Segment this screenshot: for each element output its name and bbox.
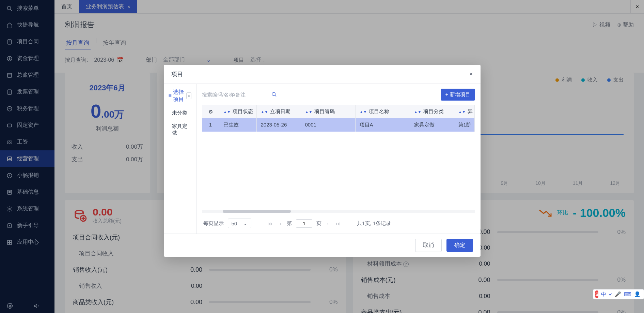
sort-icon: ▲▼	[305, 111, 313, 113]
table-header: ⚙ ▲▼项目状态 ▲▼立项日期 ▲▼项目编码 ▲▼项目名称 ▲▼项目分类 ▲▼异	[202, 105, 475, 118]
close-icon[interactable]: ×	[469, 71, 473, 78]
modal-main: + 新增项目 ⚙ ▲▼项目状态 ▲▼立项日期 ▲▼项目编码 ▲▼项目名称 ▲▼项…	[197, 84, 481, 234]
search-input[interactable]	[202, 90, 277, 99]
col-category[interactable]: ▲▼项目分类	[410, 105, 454, 118]
page-last-button[interactable]: ⏭	[334, 221, 342, 226]
mic-icon[interactable]: 🎤	[615, 291, 621, 297]
person-icon[interactable]: 👤	[634, 291, 641, 297]
scrollbar-thumb[interactable]	[223, 210, 291, 213]
sort-icon: ▲▼	[414, 111, 422, 113]
table-row[interactable]: 1 已生效 2023-05-26 0001 项目A 家具定做 第1阶	[202, 118, 475, 132]
svg-line-30	[275, 95, 276, 96]
bars-icon: ≡	[169, 93, 172, 99]
page-first-button[interactable]: ⏮	[266, 221, 274, 226]
modal-side-head: ≡选择项目 «	[164, 89, 196, 106]
add-project-button[interactable]: + 新增项目	[441, 89, 475, 101]
sort-icon: ▲▼	[360, 111, 367, 113]
search-icon[interactable]	[271, 92, 277, 97]
page-number-input[interactable]	[296, 219, 312, 228]
modal-sidebar: ≡选择项目 « 未分类 家具定做	[164, 84, 197, 234]
gear-icon: ⚙	[208, 109, 213, 115]
col-ext[interactable]: ▲▼异	[454, 105, 475, 118]
col-gear[interactable]: ⚙	[202, 105, 219, 118]
col-name[interactable]: ▲▼项目名称	[356, 105, 410, 118]
modal-header: 项目 ×	[164, 65, 481, 84]
sort-icon: ▲▼	[458, 111, 466, 113]
modal-overlay[interactable]: 项目 × ≡选择项目 « 未分类 家具定做 + 新增项目	[0, 0, 644, 313]
ime-lang[interactable]: 中	[601, 291, 606, 298]
table-scrollbar[interactable]	[202, 210, 475, 213]
side-item-uncategorized[interactable]: 未分类	[164, 106, 196, 120]
search-field[interactable]	[202, 92, 271, 98]
ok-button[interactable]: 确定	[446, 239, 473, 252]
side-item-furniture[interactable]: 家具定做	[164, 120, 196, 139]
col-status[interactable]: ▲▼项目状态	[219, 105, 257, 118]
project-table: ⚙ ▲▼项目状态 ▲▼立项日期 ▲▼项目编码 ▲▼项目名称 ▲▼项目分类 ▲▼异…	[202, 105, 475, 213]
page-size-select[interactable]: 50⌄	[228, 219, 252, 228]
collapse-icon[interactable]: «	[186, 92, 191, 99]
keyboard-icon[interactable]: ⌨	[624, 291, 631, 297]
col-code[interactable]: ▲▼项目编码	[301, 105, 356, 118]
ime-toolbar[interactable]: S 中 ●’ 🎤 ⌨ 👤 ⋮	[593, 289, 644, 299]
chevron-down-icon: ⌄	[243, 220, 248, 226]
sort-icon: ▲▼	[223, 111, 231, 113]
sort-icon: ▲▼	[261, 111, 268, 113]
page-prev-button[interactable]: ‹	[278, 221, 283, 226]
svg-point-29	[272, 92, 275, 95]
pagination: 每页显示 50⌄ ⏮ ‹ 第 页 › ⏭ 共1页, 1条记录	[202, 213, 475, 231]
modal-title: 项目	[171, 70, 183, 78]
sogou-icon: S	[595, 290, 598, 298]
page-summary: 共1页, 1条记录	[357, 220, 391, 227]
ime-punct-icon[interactable]: ●’	[609, 293, 612, 296]
page-next-button[interactable]: ›	[326, 221, 330, 226]
modal-footer: 取消 确定	[164, 234, 481, 257]
project-modal: 项目 × ≡选择项目 « 未分类 家具定做 + 新增项目	[164, 65, 481, 257]
col-date[interactable]: ▲▼立项日期	[257, 105, 301, 118]
cancel-button[interactable]: 取消	[415, 239, 442, 252]
